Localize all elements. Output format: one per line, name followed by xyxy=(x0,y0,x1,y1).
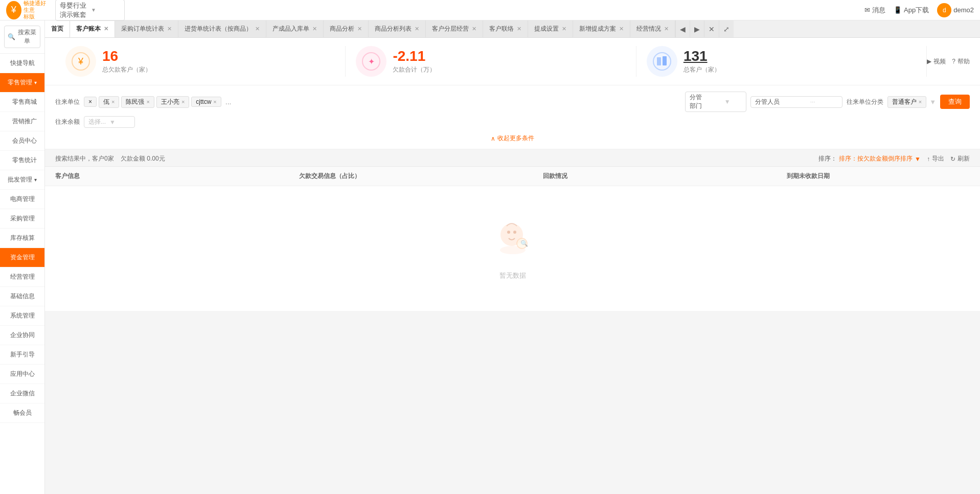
sidebar: 🔍 搜索菜单 快捷导航 零售管理 ▾ 零售商城 营销推广 会员中心 零售统计 批… xyxy=(0,20,45,494)
sidebar-item-retail-shop[interactable]: 零售商城 xyxy=(0,93,44,112)
app-download-btn[interactable]: 📱 App下载 xyxy=(894,6,929,15)
stat-label-customers: 总客户（家） xyxy=(683,65,916,74)
col-date: 到期未收款日期 xyxy=(787,172,970,181)
refresh-icon: ↻ xyxy=(950,155,955,163)
tab-operation[interactable]: 经营情况 ✕ xyxy=(630,20,675,38)
filter-unit-type-label: 往来单位分类 xyxy=(847,98,883,106)
tabs-scroll-left[interactable]: ◀ xyxy=(675,20,690,38)
help-icon: ? xyxy=(952,58,955,65)
svg-point-4 xyxy=(653,53,671,70)
filter-person-dropdown[interactable]: 分管人员 ··· xyxy=(750,96,842,108)
tab-close-icon[interactable]: ✕ xyxy=(517,26,521,32)
stat-text-debt: -2.11 欠款合计（万） xyxy=(393,49,625,74)
sort-label: 排序： xyxy=(818,154,837,163)
tab-goods-analysis[interactable]: 商品分析 ✕ xyxy=(324,20,369,38)
query-button[interactable]: 查询 xyxy=(940,95,970,109)
tab-home[interactable]: 首页 xyxy=(45,20,70,38)
chevron-down-icon: ▼ xyxy=(109,119,130,126)
tab-goods-analysis-list[interactable]: 商品分析列表 ✕ xyxy=(369,20,426,38)
empty-state: 🔍 暂无数据 xyxy=(45,186,980,311)
tab-new-raise-plan[interactable]: 新增提成方案 ✕ xyxy=(573,20,630,38)
top-right: ✉ 消息 📱 App下载 d demo2 xyxy=(864,3,974,17)
sidebar-item-new-guide[interactable]: 新手引导 xyxy=(0,345,44,365)
tab-customer-segment[interactable]: 客户分层经营 ✕ xyxy=(426,20,483,38)
tab-customer-contact[interactable]: 客户联络 ✕ xyxy=(483,20,528,38)
sidebar-item-batch-mgmt[interactable]: 批发管理 ▾ xyxy=(0,170,44,190)
sidebar-item-finance-mgmt[interactable]: 资金管理 xyxy=(0,248,44,267)
sidebar-item-retail-stats[interactable]: 零售统计 xyxy=(0,151,44,170)
sidebar-item-purchase-mgmt[interactable]: 采购管理 xyxy=(0,209,44,229)
refresh-btn[interactable]: ↻ 刷新 xyxy=(950,154,970,163)
tab-product-in[interactable]: 产成品入库单 ✕ xyxy=(266,20,324,38)
svg-text:🔍: 🔍 xyxy=(520,239,528,247)
collapse-btn[interactable]: ∧ 收起更多条件 xyxy=(483,132,542,145)
sidebar-item-ecom-mgmt[interactable]: 电商管理 xyxy=(0,190,44,209)
filter-area: 往来单位 × 佤 × 陈民强 × xyxy=(45,85,980,149)
tab-purchase-order-stats[interactable]: 采购订单统计表 ✕ xyxy=(115,20,178,38)
tabs-expand[interactable]: ⤢ xyxy=(719,20,734,38)
avatar: d xyxy=(937,3,951,17)
messages-btn[interactable]: ✉ 消息 xyxy=(864,6,885,15)
stat-text-overdue: 16 总欠款客户（家） xyxy=(102,49,335,74)
tab-close-icon[interactable]: ✕ xyxy=(167,26,172,32)
user-profile[interactable]: d demo2 xyxy=(937,3,974,17)
sort-dropdown[interactable]: 排序： 排序：按欠款金额倒序排序 ▼ xyxy=(818,154,921,163)
sidebar-item-enterprise-wechat[interactable]: 企业微信 xyxy=(0,384,44,403)
filter-unit-label: 往来单位 xyxy=(55,98,80,106)
sidebar-item-basic-info[interactable]: 基础信息 xyxy=(0,287,44,306)
stats-row: ¥ 16 总欠款客户（家） ✦ xyxy=(45,38,980,85)
filter-more-tags[interactable]: ... xyxy=(223,98,234,106)
sidebar-item-system-mgmt[interactable]: 系统管理 xyxy=(0,306,44,326)
video-help-btn[interactable]: ▶ 视频 xyxy=(927,57,946,66)
sidebar-item-marketing[interactable]: 营销推广 xyxy=(0,112,44,131)
sidebar-item-inventory[interactable]: 库存核算 xyxy=(0,229,44,248)
remove-tag-wa[interactable]: × xyxy=(111,99,115,105)
sidebar-item-nav[interactable]: 快捷导航 xyxy=(0,54,44,73)
remove-tag-chen[interactable]: × xyxy=(146,99,149,105)
filter-dept-dropdown[interactable]: 分管部门 ▼ xyxy=(685,92,746,112)
tab-customer-account[interactable]: 客户账本 ✕ xyxy=(70,20,115,38)
tab-close-icon[interactable]: ✕ xyxy=(104,26,108,32)
export-btn[interactable]: ↑ 导出 xyxy=(927,154,944,163)
collapse-row: ∧ 收起更多条件 xyxy=(55,132,970,145)
search-menu-button[interactable]: 🔍 搜索菜单 xyxy=(4,26,40,48)
result-bar: 搜索结果中，客户0家 欠款金额 0.00元 排序： 排序：按欠款金额倒序排序 ▼… xyxy=(45,151,980,167)
filter-tag-wa: 佤 × xyxy=(99,96,119,108)
filter-balance-dropdown[interactable]: 选择... ▼ xyxy=(84,116,135,128)
tabs-scroll-right[interactable]: ▶ xyxy=(690,20,704,38)
remove-tag-cj[interactable]: × xyxy=(213,99,216,105)
sidebar-item-chang-member[interactable]: 畅会员 xyxy=(0,403,44,423)
tab-close-icon[interactable]: ✕ xyxy=(255,26,260,32)
result-info: 搜索结果中，客户0家 欠款金额 0.00元 xyxy=(55,154,165,163)
tab-stock-in-stats[interactable]: 进货单统计表（按商品） ✕ xyxy=(178,20,266,38)
chevron-down-unit-type-icon: ▼ xyxy=(929,98,936,106)
sidebar-item-retail-mgmt[interactable]: 零售管理 ▾ xyxy=(0,73,44,93)
sidebar-item-membership[interactable]: 会员中心 xyxy=(0,131,44,151)
tab-close-icon[interactable]: ✕ xyxy=(562,26,566,32)
tab-close-icon[interactable]: ✕ xyxy=(619,26,624,32)
tab-close-icon[interactable]: ✕ xyxy=(312,26,317,32)
stat-icon-debt: ✦ xyxy=(356,46,386,77)
stat-value-customers: 131 xyxy=(683,49,916,63)
chevron-icon: ▾ xyxy=(34,80,37,85)
suite-selector[interactable]: 母婴行业演示账套 ▼ xyxy=(55,0,125,21)
table-area: 客户信息 欠款交易信息（占比） 回款情况 到期未收款日期 xyxy=(45,167,980,311)
sidebar-item-enterprise-collab[interactable]: 企业协同 xyxy=(0,326,44,345)
main-layout: 🔍 搜索菜单 快捷导航 零售管理 ▾ 零售商城 营销推广 会员中心 零售统计 批… xyxy=(0,20,980,494)
remove-tag-normal[interactable]: × xyxy=(919,99,922,105)
tabs-close-all[interactable]: ✕ xyxy=(704,20,719,38)
help-btn[interactable]: ? 帮助 xyxy=(952,57,970,66)
tab-close-icon[interactable]: ✕ xyxy=(472,26,476,32)
tab-close-icon[interactable]: ✕ xyxy=(357,26,362,32)
tab-close-icon[interactable]: ✕ xyxy=(415,26,419,32)
tab-raise-settings[interactable]: 提成设置 ✕ xyxy=(528,20,573,38)
filter-unit-tags: × 佤 × 陈民强 × 王小亮 × xyxy=(84,96,681,108)
col-repay: 回款情况 xyxy=(543,172,787,181)
logo-area: ¥ 畅捷通好生意 标版 xyxy=(6,0,51,20)
stat-text-customers: 131 总客户（家） xyxy=(683,49,916,74)
sidebar-item-app-center[interactable]: 应用中心 xyxy=(0,365,44,384)
sidebar-item-operation-mgmt[interactable]: 经营管理 xyxy=(0,267,44,287)
logo-icon: ¥ xyxy=(6,1,21,19)
tab-close-icon[interactable]: ✕ xyxy=(664,26,669,32)
remove-tag-wang[interactable]: × xyxy=(181,99,185,105)
